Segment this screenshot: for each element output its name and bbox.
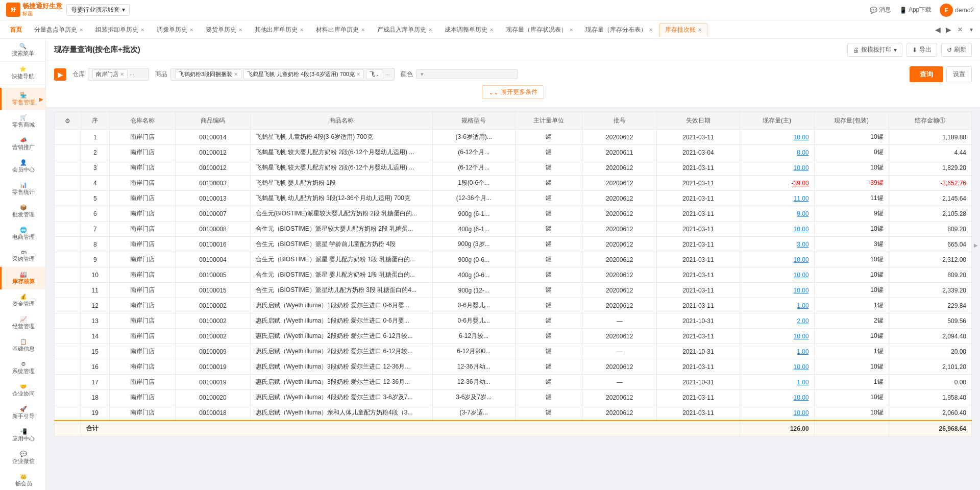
remove-product-tag-2[interactable]: ✕: [356, 71, 360, 77]
remove-warehouse-tag[interactable]: ✕: [120, 71, 124, 77]
cell-stock-main[interactable]: 10.00: [740, 390, 814, 405]
cell-settings: [55, 344, 81, 359]
close-icon[interactable]: ✕: [649, 27, 653, 33]
export-button[interactable]: ⬇ 导出: [906, 43, 937, 57]
cell-stock-main[interactable]: 1.00: [740, 344, 814, 359]
search-button[interactable]: 查询: [910, 66, 943, 82]
sidebar-quick[interactable]: ⭐ 快捷导航: [0, 62, 45, 85]
cell-batch: 20200612: [582, 359, 657, 375]
sidebar-item-system[interactable]: ⚙ 系统管理: [0, 357, 45, 379]
tab-qita[interactable]: 其他出库单历史 ✕: [249, 23, 309, 36]
sidebar-search[interactable]: 🔍 搜索菜单: [0, 39, 45, 62]
table-row: 4 南岸门店 00100003 飞鹤星飞帆 婴儿配方奶粉 1段 1段(0-6个.…: [55, 176, 972, 191]
cell-stock-main[interactable]: 10.00: [740, 359, 814, 375]
sidebar-item-apps[interactable]: 📲 应用中心: [0, 424, 45, 447]
cell-batch: 20200612: [582, 405, 657, 421]
sidebar-item-marketing[interactable]: 📣 营销推广: [0, 133, 45, 155]
cell-stock-main[interactable]: 1.00: [740, 298, 814, 313]
cell-stock-main[interactable]: 10.00: [740, 329, 814, 344]
color-tag-group[interactable]: ▾: [416, 69, 518, 79]
cell-expire: 2021-03-11: [657, 359, 740, 375]
warehouse-tag-group[interactable]: 南岸门店 ✕ ···: [88, 68, 149, 81]
tab-yaohuo[interactable]: 要货单历史 ✕: [200, 23, 248, 36]
user-area[interactable]: E demo2: [940, 4, 974, 17]
cell-warehouse: 南岸门店: [109, 344, 176, 359]
close-icon[interactable]: ✕: [489, 27, 494, 33]
tab-diaob[interactable]: 调拨单历史 ✕: [151, 23, 199, 36]
cell-balance: 2,094.40: [889, 329, 971, 344]
cell-stock-main[interactable]: 2.00: [740, 313, 814, 329]
close-icon[interactable]: ✕: [361, 27, 365, 33]
tab-home[interactable]: 首页: [4, 23, 28, 36]
warehouse-select[interactable]: 母婴行业演示账套 ▾: [66, 4, 130, 16]
tab-prev-btn[interactable]: ◀: [933, 24, 943, 35]
cell-stock-main[interactable]: 10.00: [740, 405, 814, 421]
settings-button[interactable]: 设置: [946, 66, 972, 82]
close-icon[interactable]: ✕: [698, 27, 702, 33]
tab-xiancunl2[interactable]: 现存量（库存分布表） ✕: [580, 23, 658, 36]
sidebar-item-vip[interactable]: 👑 畅会员: [0, 469, 45, 490]
filter-row: ▶ 仓库 南岸门店 ✕ ··· 商品: [54, 66, 972, 82]
product-tag-group[interactable]: 飞鹤奶粉3段同捆捆装 ✕ 飞鹤星飞帆 儿童奶粉 4段(3-6岁适用) 700克 …: [170, 68, 395, 81]
cell-stock-main[interactable]: 10.00: [740, 283, 814, 298]
cell-unit: 罐: [515, 252, 582, 267]
sidebar-item-wechat[interactable]: 💬 企业微信: [0, 447, 45, 469]
sidebar-item-wholesale[interactable]: 📦 批发管理 ▶: [0, 200, 45, 223]
cell-spec: 3-6岁及7岁...: [432, 390, 515, 405]
tab-zuzhuang[interactable]: 组装拆卸单历史 ✕: [90, 23, 150, 36]
tab-chengben[interactable]: 成本调整单历史 ✕: [439, 23, 499, 36]
message-btn[interactable]: 💬 消息: [870, 6, 891, 14]
sidebar-item-retail-shop[interactable]: 🛒 零售商城: [0, 110, 45, 133]
sidebar-item-member[interactable]: 👤 会员中心: [0, 155, 45, 178]
expand-filter-btn[interactable]: ▶: [54, 68, 66, 81]
cell-balance: 2,145.64: [889, 191, 971, 206]
cell-stock-main[interactable]: -39.00: [740, 176, 814, 191]
th-settings[interactable]: ⚙: [55, 112, 81, 130]
sidebar-item-retail-stat[interactable]: 📊 零售统计: [0, 178, 45, 200]
close-icon[interactable]: ✕: [428, 27, 432, 33]
cell-settings: [55, 405, 81, 421]
close-icon[interactable]: ✕: [79, 27, 83, 33]
cell-stock-main[interactable]: 10.00: [740, 160, 814, 176]
cell-stock-main[interactable]: 11.00: [740, 191, 814, 206]
cell-stock-main[interactable]: 10.00: [740, 130, 814, 145]
tab-cailiao[interactable]: 材料出库单历史 ✕: [310, 23, 371, 36]
tab-next-btn[interactable]: ▶: [944, 24, 953, 35]
tab-menu-btn[interactable]: ▾: [967, 25, 976, 34]
cell-stock-main[interactable]: 1.00: [740, 375, 814, 390]
sidebar-item-guide[interactable]: 🚀 新手引导: [0, 402, 45, 424]
remove-product-tag-1[interactable]: ✕: [234, 71, 238, 77]
cell-stock-main[interactable]: 10.00: [740, 222, 814, 237]
close-icon[interactable]: ✕: [569, 27, 573, 33]
cell-stock-main[interactable]: 3.00: [740, 237, 814, 252]
cell-name: 惠氏启赋（Wyeth illuma）亲和人体儿童配方奶粉4段（3...: [250, 405, 432, 421]
close-icon[interactable]: ✕: [300, 27, 304, 33]
tab-chanchenpin[interactable]: 产成品入库单历史 ✕: [372, 23, 438, 36]
expand-more-button[interactable]: ⌄⌄ 展开更多条件: [482, 85, 544, 99]
close-icon[interactable]: ✕: [189, 27, 193, 33]
sidebar-item-collab[interactable]: 🤝 企业协同: [0, 379, 45, 402]
tab-kucun-pici[interactable]: 库存批次账 ✕: [659, 23, 707, 36]
cell-stock-main[interactable]: 9.00: [740, 206, 814, 222]
sidebar-item-retail-mgmt[interactable]: 🏪 零售管理 ▶: [0, 88, 45, 110]
sidebar-item-operation[interactable]: 📈 经营管理: [0, 312, 45, 334]
tab-close-all-btn[interactable]: ✕: [954, 25, 966, 34]
cell-stock-main[interactable]: 0.00: [740, 145, 814, 160]
close-icon[interactable]: ✕: [238, 27, 242, 33]
sidebar-item-inventory[interactable]: 🏭 库存核算: [0, 267, 45, 289]
cell-batch: 20200612: [582, 191, 657, 206]
sidebar-item-basic[interactable]: 📋 基础信息: [0, 334, 45, 357]
cell-stock-main[interactable]: 10.00: [740, 267, 814, 283]
refresh-button[interactable]: ↺ 刷新: [941, 43, 972, 57]
sidebar-item-finance[interactable]: 💰 资金管理: [0, 289, 45, 312]
tab-xiancunl1[interactable]: 现存量（库存状况表） ✕: [500, 23, 579, 36]
avatar: E: [940, 4, 953, 17]
close-icon[interactable]: ✕: [140, 27, 144, 33]
print-button[interactable]: 🖨 按模板打印 ▾: [847, 43, 902, 57]
tab-fenpan[interactable]: 分量盘点单历史 ✕: [29, 23, 89, 36]
sidebar-item-purchase[interactable]: 🛍 采购管理: [0, 245, 45, 267]
cell-stock-main[interactable]: 10.00: [740, 252, 814, 267]
app-download-btn[interactable]: 📱 App下载: [899, 6, 932, 14]
cell-settings: [55, 359, 81, 375]
sidebar-item-ecommerce[interactable]: 🌐 电商管理: [0, 223, 45, 245]
